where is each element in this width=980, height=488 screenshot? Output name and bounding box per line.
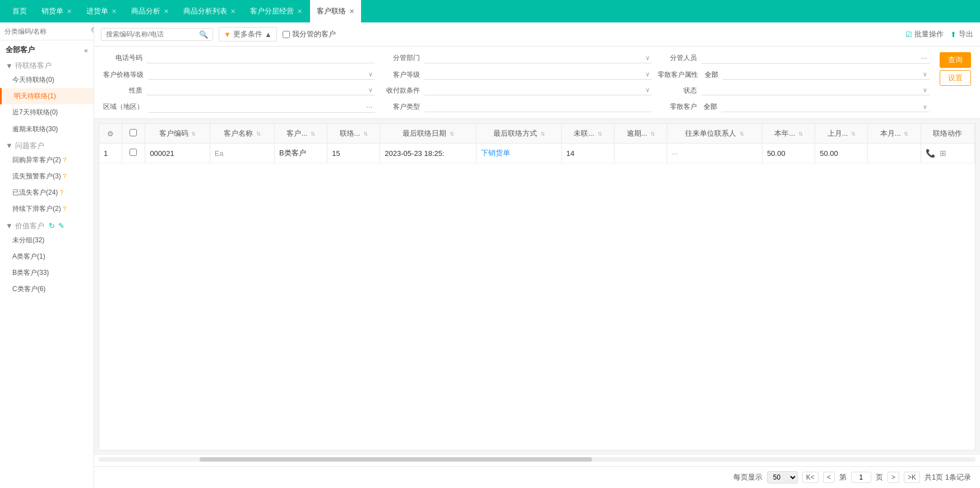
sidebar-item-classB[interactable]: B类客户(33) <box>0 265 94 281</box>
status-label: 状态 <box>658 86 697 95</box>
row-checkbox[interactable] <box>130 149 137 156</box>
collapse-icon[interactable]: « <box>84 46 88 54</box>
sort-icon: ⇅ <box>798 131 803 137</box>
set-btn[interactable]: 设置 <box>940 70 971 86</box>
sidebar-search-input[interactable] <box>4 27 89 35</box>
sidebar-item-overdue[interactable]: 逾期未联络(30) <box>0 121 94 137</box>
page-input[interactable] <box>851 472 871 483</box>
retail-cust-select[interactable]: ∨ <box>722 102 930 112</box>
total-label: 共1页 1条记录 <box>924 472 971 482</box>
close-icon[interactable]: ✕ <box>349 8 354 15</box>
my-customers-checkbox[interactable] <box>283 31 290 38</box>
export-btn[interactable]: ⬆ 导出 <box>950 29 973 39</box>
th-this-year[interactable]: 本年... ⇅ <box>762 124 815 144</box>
group-problem-label: 问题客户 <box>15 141 44 151</box>
sidebar-item-classC[interactable]: C类客户(6) <box>0 281 94 297</box>
sidebar-item-declining[interactable]: 持续下滑客户(2) ? <box>0 201 94 217</box>
th-gear[interactable]: ⚙ <box>99 124 122 144</box>
cust-level-select[interactable]: ∨ <box>424 70 653 80</box>
th-name[interactable]: 客户名称 ⇅ <box>210 124 274 144</box>
sidebar-item-churn-warning[interactable]: 流失预警客户(3) ? <box>0 168 94 185</box>
close-icon[interactable]: ✕ <box>112 8 117 15</box>
sort-icon: ⇅ <box>598 131 602 137</box>
th-last-date[interactable]: 最后联络日期 ⇅ <box>380 124 477 144</box>
td-overdue <box>614 144 667 163</box>
td-contact-count: 15 <box>327 144 380 163</box>
payment-select[interactable]: ∨ <box>424 85 653 95</box>
td-checkbox[interactable] <box>122 144 145 163</box>
th-contact[interactable]: 联络... ⇅ <box>327 124 380 144</box>
nature-select[interactable]: ∨ <box>147 85 375 95</box>
filter-department: 分管部门 ∨ <box>381 53 653 63</box>
sidebar-item-tomorrow[interactable]: 明天待联络(1) <box>0 88 94 104</box>
bulk-btn[interactable]: ☑ 批量操作 <box>905 29 944 39</box>
nav-last-btn[interactable]: >K <box>904 472 920 483</box>
filter-cust-type: 客户类型 <box>381 102 653 112</box>
th-not-contact[interactable]: 未联... ⇅ <box>562 124 614 144</box>
th-this-month[interactable]: 本月... ⇅ <box>868 124 921 144</box>
grid-action-icon[interactable]: ⊞ <box>940 149 946 158</box>
th-code[interactable]: 客户编码 ⇅ <box>145 124 210 144</box>
payment-label: 收付款条件 <box>381 86 420 95</box>
nav-prev-btn[interactable]: < <box>823 472 835 483</box>
close-icon[interactable]: ✕ <box>67 8 72 15</box>
filter-row-1: 电话号码 分管部门 ∨ 分管人员 <box>103 52 930 64</box>
cust-type-input[interactable] <box>424 102 653 112</box>
last-method-link[interactable]: 下销货单 <box>481 149 510 157</box>
my-customers-checkbox-label[interactable]: 我分管的客户 <box>283 29 336 39</box>
chevron-up-icon: ▲ <box>265 30 272 39</box>
sidebar-item-ungrouped[interactable]: 未分组(32) <box>0 232 94 248</box>
region-dots[interactable]: ··· <box>366 102 373 111</box>
search-input-wrap[interactable]: 🔍 <box>101 28 213 41</box>
phone-input[interactable] <box>147 53 375 63</box>
chevron-down-icon: ∨ <box>923 86 927 94</box>
status-select[interactable]: ∨ <box>701 85 930 95</box>
close-icon[interactable]: ✕ <box>164 8 169 15</box>
nav-next-btn[interactable]: > <box>887 472 899 483</box>
per-page-select[interactable]: 50 100 200 <box>767 471 798 484</box>
scrollbar-track[interactable] <box>99 457 976 462</box>
nav-analysis[interactable]: 商品分析 ✕ <box>124 0 175 22</box>
sidebar-item-repurchase-abnormal[interactable]: 回购异常客户(2) ? <box>0 152 94 168</box>
nav-first-btn[interactable]: K< <box>802 472 819 483</box>
filter-row-3: 性质 ∨ 收付款条件 ∨ <box>103 85 930 95</box>
filter-person: 分管人员 ··· <box>658 52 930 64</box>
nav-customer-segment[interactable]: 客户分层经营 ✕ <box>243 0 309 22</box>
sort-icon: ⇅ <box>650 131 655 137</box>
query-btn[interactable]: 查询 <box>940 52 971 68</box>
refresh-icon[interactable]: ↻ <box>49 222 55 230</box>
close-icon[interactable]: ✕ <box>230 8 235 15</box>
sort-icon: ⇅ <box>904 131 908 137</box>
th-last-method[interactable]: 最后联络方式 ⇅ <box>477 124 562 144</box>
th-contact-person[interactable]: 往来单位联系人 ⇅ <box>667 124 762 144</box>
filter-more-btn[interactable]: ▼ 更多条件 ▲ <box>219 27 277 42</box>
sidebar-item-classA[interactable]: A类客户(1) <box>0 248 94 265</box>
td-last-method[interactable]: 下销货单 <box>477 144 562 163</box>
price-level-select[interactable]: ∨ <box>148 70 375 80</box>
search-icon[interactable]: 🔍 <box>199 30 208 39</box>
retail-attr-select[interactable]: ∨ <box>723 70 930 80</box>
sidebar-item-week[interactable]: 近7天待联络(0) <box>0 104 94 121</box>
search-input[interactable] <box>106 30 196 38</box>
nav-analysis-list[interactable]: 商品分析列表 ✕ <box>177 0 242 22</box>
dept-select[interactable]: ∨ <box>424 53 653 63</box>
edit-icon[interactable]: ✎ <box>58 222 64 230</box>
nav-sales[interactable]: 销货单 ✕ <box>35 0 78 22</box>
th-checkbox[interactable] <box>122 124 145 144</box>
all-customers-label: 全部客户 <box>6 45 35 55</box>
sidebar-item-today[interactable]: 今天待联络(0) <box>0 72 94 88</box>
sidebar-item-churned[interactable]: 已流失客户(24) ? <box>0 185 94 201</box>
phone-action-icon[interactable]: 📞 <box>926 149 935 158</box>
filter-nature: 性质 ∨ <box>103 85 375 95</box>
nav-home[interactable]: 首页 <box>6 0 34 22</box>
sort-icon: ⇅ <box>851 131 856 137</box>
select-all-checkbox[interactable] <box>130 129 137 136</box>
th-last-month[interactable]: 上月... ⇅ <box>815 124 868 144</box>
th-overdue[interactable]: 逾期... ⇅ <box>614 124 667 144</box>
person-dots[interactable]: ··· <box>921 53 927 62</box>
close-icon[interactable]: ✕ <box>297 8 302 15</box>
nav-customer-contact[interactable]: 客户联络 ✕ <box>310 0 361 22</box>
th-type[interactable]: 客户... ⇅ <box>275 124 327 144</box>
scrollbar-thumb[interactable] <box>200 457 592 462</box>
nav-purchase[interactable]: 进货单 ✕ <box>80 0 123 22</box>
